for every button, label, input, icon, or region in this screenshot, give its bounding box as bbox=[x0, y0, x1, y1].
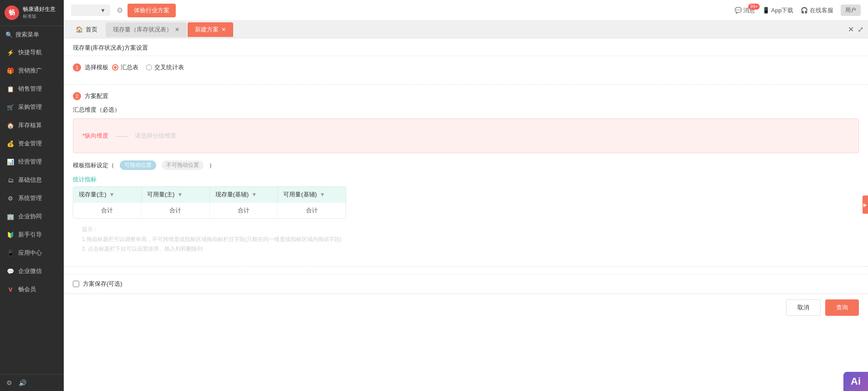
online-support-link[interactable]: 🎧 在线客服 bbox=[801, 6, 833, 15]
app-center-icon: 📱 bbox=[6, 249, 15, 257]
sidebar-item-operations[interactable]: 📊 经营管理 bbox=[0, 153, 64, 171]
settings-footer-icon[interactable]: ⚙ bbox=[6, 379, 12, 386]
stats-cell-3: 合计 bbox=[278, 203, 346, 218]
save-checkbox[interactable] bbox=[73, 281, 79, 287]
sidebar-item-wechat[interactable]: 💬 企业微信 bbox=[0, 262, 64, 280]
page-title: 现存量(库存状况表)方案设置 bbox=[64, 38, 868, 56]
sidebar-item-basic-info[interactable]: 🗂 基础信息 bbox=[0, 171, 64, 189]
newbie-icon: 🔰 bbox=[6, 231, 15, 239]
sidebar-item-label: 经营管理 bbox=[18, 158, 42, 166]
sidebar-item-finance[interactable]: 💰 资金管理 bbox=[0, 134, 64, 153]
step1-title: 选择模板 bbox=[85, 63, 108, 72]
right-expand-handle[interactable]: ▶ bbox=[863, 196, 868, 214]
action-bar: 取消 查询 bbox=[64, 293, 868, 321]
radio-summary-dot bbox=[112, 64, 118, 71]
speaker-footer-icon[interactable]: 🔊 bbox=[19, 379, 26, 386]
breadcrumb-text bbox=[76, 6, 97, 14]
tab-new-plan-label: 新建方案 bbox=[195, 26, 219, 34]
expand-icon: ▶ bbox=[863, 202, 867, 207]
sales-icon: 📋 bbox=[6, 85, 15, 93]
sidebar: 畅 畅康通好生意 标准版 🔍 搜索菜单 ⚡ 快捷导航 🎁 营销推广 📋 销售管理… bbox=[0, 0, 64, 391]
sidebar-item-label: 销售管理 bbox=[18, 85, 42, 93]
indicator-settings-row: 模板指标设定（ 可拖动位置 不可拖动位置 ） bbox=[73, 160, 859, 170]
app-edition: 标准版 bbox=[23, 13, 56, 20]
topbar-right: 💬 消息 99+ 📱 App下载 🎧 在线客服 用户 bbox=[735, 5, 861, 16]
step2-title: 方案配置 bbox=[85, 92, 108, 100]
marketing-icon: 🎁 bbox=[6, 67, 15, 75]
indicator-settings-suffix: ） bbox=[209, 161, 215, 170]
system-icon: ⚙ bbox=[6, 194, 15, 202]
sidebar-item-quick-nav[interactable]: ⚡ 快捷导航 bbox=[0, 43, 64, 62]
sidebar-item-sales[interactable]: 📋 销售管理 bbox=[0, 80, 64, 98]
trial-button[interactable]: 体验行业方案 bbox=[128, 4, 176, 17]
search-menu[interactable]: 🔍 搜索菜单 bbox=[0, 26, 64, 43]
quick-nav-icon: ⚡ bbox=[6, 48, 15, 57]
app-name-block: 畅康通好生意 标准版 bbox=[23, 6, 56, 20]
sidebar-item-membership[interactable]: V 畅会员 bbox=[0, 280, 64, 298]
save-checkbox-label[interactable]: 方案保存(可选) bbox=[83, 280, 123, 288]
stats-col-1-label: 可用量(主) bbox=[147, 190, 175, 199]
step1-number: 1 bbox=[73, 63, 81, 72]
tab-new-plan-close-icon[interactable]: ✕ bbox=[221, 26, 226, 33]
content-area: 现存量(库存状况表)方案设置 1 选择模板 汇总表 交叉统计表 bbox=[64, 38, 868, 391]
breadcrumb[interactable]: ▼ bbox=[71, 5, 110, 16]
cancel-button[interactable]: 取消 bbox=[786, 299, 821, 316]
template-radio-group: 汇总表 交叉统计表 bbox=[112, 63, 184, 72]
radio-cross-label: 交叉统计表 bbox=[154, 63, 184, 72]
dash: —— bbox=[116, 133, 128, 139]
chat-icon: 💬 bbox=[735, 7, 742, 14]
radio-cross[interactable]: 交叉统计表 bbox=[146, 63, 184, 72]
tab-inventory-status[interactable]: 现存量（库存状况表） ✕ bbox=[106, 22, 187, 37]
sidebar-item-inventory[interactable]: 🏠 库存核算 bbox=[0, 116, 64, 134]
draggable-toggle[interactable]: 可拖动位置 bbox=[120, 160, 156, 170]
message-badge[interactable]: 💬 消息 99+ bbox=[735, 6, 756, 15]
search-menu-label: 搜索菜单 bbox=[15, 31, 39, 39]
tips-section: 提示： 1.拖动标题栏可以调整布局，不可跨维度或指标区域拖动标栏目字段(只能在同… bbox=[73, 220, 859, 259]
expand-window-icon[interactable]: ⤢ bbox=[858, 25, 863, 34]
sidebar-item-marketing[interactable]: 🎁 营销推广 bbox=[0, 62, 64, 80]
dimension-alert-box[interactable]: *纵向维度 —— 请选择分组维度 bbox=[73, 118, 859, 153]
topbar-settings-icon[interactable]: ⚙ bbox=[117, 6, 123, 15]
stats-col-1[interactable]: 可用量(主) ▼ bbox=[142, 187, 210, 202]
stats-col-0-dropdown-icon[interactable]: ▼ bbox=[109, 191, 115, 198]
divider2 bbox=[64, 266, 868, 267]
sidebar-item-system[interactable]: ⚙ 系统管理 bbox=[0, 189, 64, 207]
stats-col-3-dropdown-icon[interactable]: ▼ bbox=[320, 191, 325, 198]
chevron-down-icon: ▼ bbox=[100, 7, 106, 14]
sidebar-item-label: 资金管理 bbox=[18, 139, 42, 148]
draggable-label: 可拖动位置 bbox=[120, 160, 156, 170]
user-avatar[interactable]: 用户 bbox=[841, 5, 861, 16]
stats-table: 现存量(主) ▼ 可用量(主) ▼ 现存量(基辅) ▼ 可用量(基辅) ▼ bbox=[73, 186, 346, 219]
radio-summary[interactable]: 汇总表 bbox=[112, 63, 138, 72]
sidebar-item-enterprise[interactable]: 🏢 企业协同 bbox=[0, 207, 64, 226]
operations-icon: 📊 bbox=[6, 158, 15, 166]
sidebar-item-newbie[interactable]: 🔰 新手引导 bbox=[0, 226, 64, 244]
tabbar: 🏠 首页 现存量（库存状况表） ✕ 新建方案 ✕ ✕ ⤢ bbox=[64, 21, 868, 38]
tab-home[interactable]: 🏠 首页 bbox=[68, 22, 105, 37]
app-download-link[interactable]: 📱 App下载 bbox=[762, 6, 793, 15]
close-window-icon[interactable]: ✕ bbox=[848, 25, 854, 34]
step1-section: 1 选择模板 汇总表 交叉统计表 bbox=[64, 56, 868, 84]
stats-col-0[interactable]: 现存量(主) ▼ bbox=[73, 187, 142, 202]
stats-col-3[interactable]: 可用量(基辅) ▼ bbox=[278, 187, 346, 202]
app-download-label: App下载 bbox=[771, 7, 793, 14]
query-button[interactable]: 查询 bbox=[825, 299, 859, 316]
content-footer: 方案保存(可选) bbox=[64, 274, 868, 293]
headset-icon: 🎧 bbox=[801, 7, 808, 14]
sidebar-item-app-center[interactable]: 📱 应用中心 bbox=[0, 244, 64, 262]
sidebar-item-label: 系统管理 bbox=[18, 194, 42, 202]
search-icon: 🔍 bbox=[5, 31, 13, 38]
online-support-label: 在线客服 bbox=[810, 7, 833, 14]
ai-badge[interactable]: Ai bbox=[843, 372, 868, 391]
radio-cross-dot bbox=[146, 64, 152, 71]
stats-cell-1: 合计 bbox=[142, 203, 210, 218]
tab-inventory-label: 现存量（库存状况表） bbox=[113, 26, 172, 34]
tab-inventory-close-icon[interactable]: ✕ bbox=[175, 26, 179, 33]
stats-col-1-dropdown-icon[interactable]: ▼ bbox=[177, 191, 183, 198]
sidebar-item-purchase[interactable]: 🛒 采购管理 bbox=[0, 98, 64, 116]
stats-col-2[interactable]: 现存量(基辅) ▼ bbox=[210, 187, 278, 202]
not-draggable-toggle[interactable]: 不可拖动位置 bbox=[162, 160, 204, 170]
tab-new-plan[interactable]: 新建方案 ✕ bbox=[188, 22, 233, 37]
stats-col-2-dropdown-icon[interactable]: ▼ bbox=[251, 191, 257, 198]
stats-col-3-label: 可用量(基辅) bbox=[283, 190, 317, 199]
